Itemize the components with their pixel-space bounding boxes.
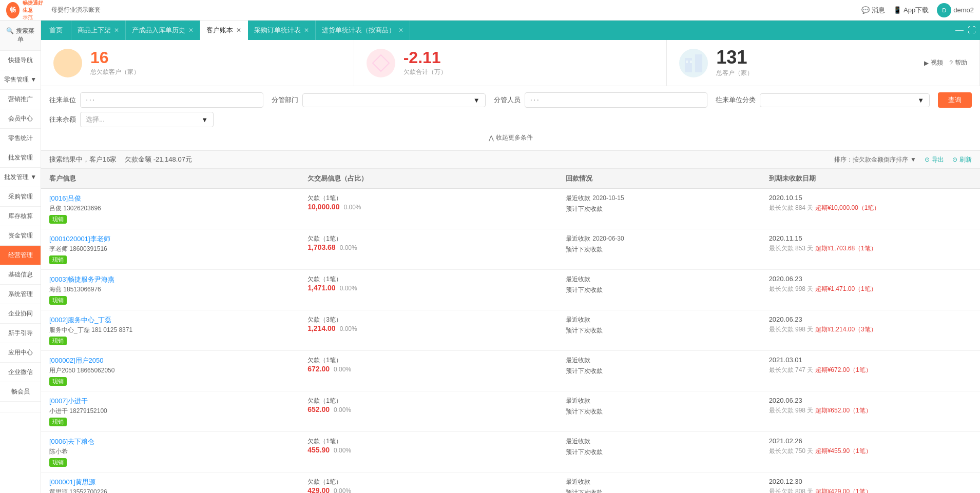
sidebar-item-enterprise-coop[interactable]: 新手引导 xyxy=(0,324,41,343)
dept-select[interactable]: ▼ xyxy=(302,93,486,107)
sidebar-item-finance[interactable]: 经营管理 xyxy=(0,246,41,265)
sidebar-item-enterprise-wechat[interactable]: 畅会员 xyxy=(0,382,41,402)
sidebar-item-ecommerce[interactable]: 采购管理 xyxy=(0,187,41,207)
sidebar-item-basic-info[interactable]: 系统管理 xyxy=(0,285,41,304)
debt-info-2: 欠款（1笔） 1,703.680.00% xyxy=(308,234,566,264)
tab-close-product-offline[interactable]: ✕ xyxy=(114,27,119,34)
table-row: [0006]去下粮仓 陈小希 现销 欠款（1笔） 455.900.00% 最近收… xyxy=(41,432,980,472)
debt-info-3: 欠款（1笔） 1,471.000.00% xyxy=(308,275,566,305)
unit-category-select[interactable]: ▼ xyxy=(760,93,930,107)
sidebar-item-retail-mall[interactable]: 营销推广 xyxy=(0,90,41,109)
col-header-expire: 到期未收款日期 xyxy=(769,174,972,183)
tab-product-offline[interactable]: 商品上下架 ✕ xyxy=(71,21,126,40)
sidebar-item-inventory[interactable]: 资金管理 xyxy=(0,226,41,246)
expire-info-8: 2020.12.30 最长欠款 808 天 超期¥429.00（1笔） xyxy=(769,478,972,493)
tab-product-history[interactable]: 产成品入库单历史 ✕ xyxy=(126,21,200,40)
sidebar-item-newbie[interactable]: 应用中心 xyxy=(0,343,41,363)
stat-value-customers: 16 xyxy=(90,49,140,66)
customer-name-4[interactable]: [0002]服务中心_丁磊 xyxy=(49,316,111,324)
customer-name-3[interactable]: [0003]畅捷服务尹海燕 xyxy=(49,275,114,283)
tab-home[interactable]: 首页 xyxy=(41,21,71,40)
help-btn[interactable]: ? 帮助 xyxy=(949,58,967,67)
overdue-link-6[interactable]: 超期¥652.00（1笔） xyxy=(815,407,872,414)
customer-name-2[interactable]: [0001020001]李老师 xyxy=(49,235,110,243)
tab-purchase-stats[interactable]: 采购订单统计表 ✕ xyxy=(248,21,316,40)
search-menu-btn[interactable]: 🔍 搜索菜单 xyxy=(4,25,36,46)
filter-dept: 分管部门 ▼ xyxy=(272,93,486,107)
svg-marker-2 xyxy=(373,55,389,71)
col-header-debt: 欠交易信息（占比） xyxy=(308,174,566,183)
overdue-link-5[interactable]: 超期¥672.00（1笔） xyxy=(815,366,872,373)
sidebar: 🔍 搜索菜单 快捷导航 零售管理 ▼ 营销推广 会员中心 零售统计 批发管理 xyxy=(0,21,41,493)
overdue-link-3[interactable]: 超期¥1,471.00（1笔） xyxy=(815,285,877,292)
tab-bar-actions: — ⛶ xyxy=(951,26,980,35)
debt-info-8: 欠款（1笔） 429.000.00% xyxy=(308,478,566,493)
overdue-link-4[interactable]: 超期¥1,214.00（3笔） xyxy=(815,326,877,333)
sidebar-item-retail-stats[interactable]: 批发管理 xyxy=(0,148,41,168)
stat-label-customers: 总欠款客户（家） xyxy=(90,68,140,76)
sidebar-item-retail-mgmt[interactable]: 零售管理 ▼ xyxy=(0,70,41,90)
export-btn[interactable]: ⊙ 导出 xyxy=(925,155,944,164)
sidebar-item-operation[interactable]: 基础信息 xyxy=(0,265,41,285)
debt-info-7: 欠款（1笔） 455.900.00% xyxy=(308,437,566,467)
customer-name-1[interactable]: [0016]吕俊 xyxy=(49,194,81,202)
tab-customer-account[interactable]: 客户账本 ✕ xyxy=(200,21,248,40)
customer-info-4: [0002]服务中心_丁磊 服务中心_丁磊 181 0125 8371 现销 xyxy=(49,315,308,345)
debt-info-1: 欠款（1笔） 10,000.000.00% xyxy=(308,194,566,224)
sidebar-item-system[interactable]: 企业协同 xyxy=(0,304,41,324)
customer-info-5: [000002]用户2050 用户2050 18665062050 现销 xyxy=(49,356,308,386)
sort-btn[interactable]: 排序：按欠款金额倒序排序 ▼ xyxy=(834,155,916,164)
expire-info-1: 2020.10.15 最长欠款 884 天 超期¥10,000.00（1笔） xyxy=(769,194,972,224)
tab-bar: 首页 商品上下架 ✕ 产成品入库单历史 ✕ 客户账本 ✕ 采购订单统计表 ✕ xyxy=(41,21,980,40)
message-btn[interactable]: 💬 消息 xyxy=(861,6,885,15)
tab-import-stats[interactable]: 进货单统计表（按商品） ✕ xyxy=(316,21,410,40)
search-btn[interactable]: 查询 xyxy=(938,92,972,108)
overdue-link-8[interactable]: 超期¥429.00（1笔） xyxy=(815,488,872,493)
sidebar-item-vip[interactable] xyxy=(0,402,41,412)
customer-name-8[interactable]: [000001]黄思源 xyxy=(49,478,95,486)
sidebar-item-nav[interactable]: 快捷导航 xyxy=(0,51,41,70)
logo-icon: 畅 xyxy=(6,2,20,18)
sidebar-item-marketing[interactable]: 会员中心 xyxy=(0,109,41,129)
tab-close-product-history[interactable]: ✕ xyxy=(188,27,194,34)
person-input[interactable]: ··· xyxy=(525,92,708,108)
return-info-1: 最近收款2020-10-15 预计下次收款 xyxy=(566,194,768,224)
collapse-btn[interactable]: ⋀ 收起更多条件 xyxy=(49,131,972,144)
table-header: 客户信息 欠交易信息（占比） 回款情况 到期未收款日期 xyxy=(41,169,980,189)
sidebar-item-purchase[interactable]: 库存核算 xyxy=(0,207,41,226)
overdue-link-2[interactable]: 超期¥1,703.68（1笔） xyxy=(815,245,877,252)
refresh-btn[interactable]: ⊙ 刷新 xyxy=(952,155,972,164)
overdue-link-1[interactable]: 超期¥10,000.00（1笔） xyxy=(815,204,880,211)
sidebar-item-batch-mgmt[interactable]: 批发管理 ▼ xyxy=(0,168,41,187)
top-right: 💬 消息 📱 App下载 D demo2 xyxy=(861,3,974,17)
customer-name-7[interactable]: [0006]去下粮仓 xyxy=(49,438,94,445)
balance-select[interactable]: 选择... ▼ xyxy=(80,112,214,127)
stats-bar: ¥ 16 总欠款客户（家） -2.11 欠款合计（万） xyxy=(41,40,980,86)
svg-rect-3 xyxy=(685,58,692,72)
help-icon: ? xyxy=(949,60,953,67)
tab-minimize-btn[interactable]: — xyxy=(955,26,964,35)
overdue-link-7[interactable]: 超期¥455.90（1笔） xyxy=(815,447,872,455)
stat-card1-info: 16 总欠款客户（家） xyxy=(90,49,140,76)
export-icon: ⊙ xyxy=(925,156,930,163)
tab-close-purchase-stats[interactable]: ✕ xyxy=(304,27,309,34)
stat-label-amount: 欠款合计（万） xyxy=(403,68,447,76)
video-btn[interactable]: ▶ 视频 xyxy=(924,58,943,67)
stat-icon-building xyxy=(679,49,708,77)
table-row: [0016]吕俊 吕俊 13026203696 现销 欠款（1笔） 10,000… xyxy=(41,189,980,229)
user-profile[interactable]: D demo2 xyxy=(937,3,974,17)
app-download-btn[interactable]: 📱 App下载 xyxy=(893,6,929,15)
customer-info-8: [000001]黄思源 黄思源 13552700226 现销 xyxy=(49,478,308,493)
return-info-3: 最近收款 预计下次收款 xyxy=(566,275,768,305)
from-unit-input[interactable]: ··· xyxy=(80,92,263,108)
result-bar: 搜索结果中，客户16家 欠款金额 -21,148.07元 排序：按欠款金额倒序排… xyxy=(41,151,980,169)
sidebar-item-member[interactable]: 零售统计 xyxy=(0,129,41,148)
customer-name-6[interactable]: [0007]小进干 xyxy=(49,397,88,405)
return-info-7: 最近收款 预计下次收款 xyxy=(566,437,768,467)
sidebar-item-app-center[interactable]: 企业微信 xyxy=(0,363,41,382)
tab-maximize-btn[interactable]: ⛶ xyxy=(968,26,976,35)
tab-close-customer-account[interactable]: ✕ xyxy=(236,27,241,34)
tab-close-import-stats[interactable]: ✕ xyxy=(398,27,403,34)
expire-info-4: 2020.06.23 最长欠款 998 天 超期¥1,214.00（3笔） xyxy=(769,315,972,345)
customer-name-5[interactable]: [000002]用户2050 xyxy=(49,357,104,364)
